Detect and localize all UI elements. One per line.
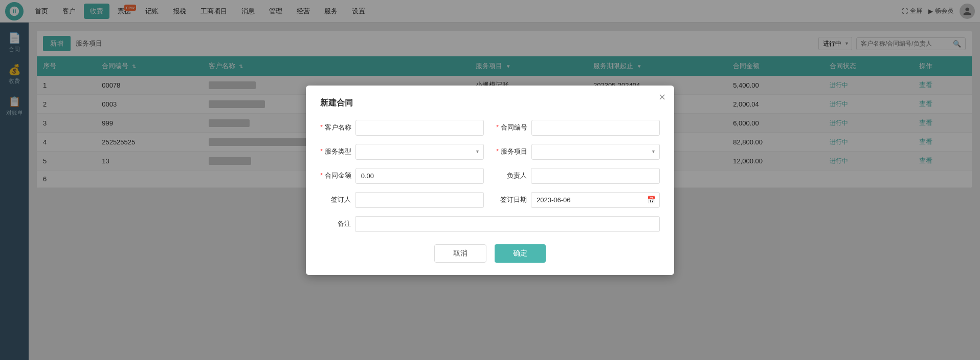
new-contract-modal: ✕ 新建合同 客户名称 合同编号 服务类型 服务项目 <box>306 86 674 275</box>
amount-label: 合同金额 <box>320 171 351 180</box>
service-item-field: 服务项目 <box>496 144 660 160</box>
signer-field: 签订人 <box>320 192 484 208</box>
remark-field: 备注 <box>320 216 660 232</box>
customer-field: 客户名称 <box>320 120 484 136</box>
customer-input[interactable] <box>355 120 484 136</box>
modal-close-button[interactable]: ✕ <box>658 93 666 102</box>
sign-date-input[interactable]: 2023-06-06 <box>531 192 660 208</box>
modal-title: 新建合同 <box>320 98 660 109</box>
amount-input[interactable]: 0.00 <box>355 168 484 184</box>
signer-input[interactable] <box>355 192 484 208</box>
remark-input[interactable] <box>355 216 660 232</box>
sign-date-label: 签订日期 <box>496 195 527 204</box>
contract-no-input[interactable] <box>531 120 660 136</box>
service-type-label: 服务类型 <box>320 147 351 156</box>
amount-field: 合同金额 0.00 <box>320 168 484 184</box>
service-type-field: 服务类型 <box>320 144 484 160</box>
cancel-button[interactable]: 取消 <box>434 244 486 263</box>
service-item-label: 服务项目 <box>496 147 527 156</box>
responsible-field: 负责人 <box>496 168 660 184</box>
service-item-select-wrapper <box>531 144 660 160</box>
modal-footer: 取消 确定 <box>320 244 660 263</box>
sign-date-field: 签订日期 2023-06-06 📅 <box>496 192 660 208</box>
contract-no-label: 合同编号 <box>496 123 527 132</box>
service-type-select[interactable] <box>355 144 484 160</box>
form-grid: 客户名称 合同编号 服务类型 服务项目 <box>320 120 660 232</box>
service-type-select-wrapper <box>355 144 484 160</box>
responsible-input[interactable] <box>531 168 660 184</box>
contract-no-field: 合同编号 <box>496 120 660 136</box>
modal-overlay: ✕ 新建合同 客户名称 合同编号 服务类型 服务项目 <box>0 0 980 360</box>
remark-label: 备注 <box>320 219 351 228</box>
customer-label: 客户名称 <box>320 123 351 132</box>
confirm-button[interactable]: 确定 <box>495 244 546 263</box>
signer-label: 签订人 <box>320 195 351 204</box>
responsible-label: 负责人 <box>496 171 527 180</box>
calendar-icon[interactable]: 📅 <box>647 196 656 204</box>
service-item-select[interactable] <box>531 144 660 160</box>
sign-date-wrapper: 2023-06-06 📅 <box>531 192 660 208</box>
